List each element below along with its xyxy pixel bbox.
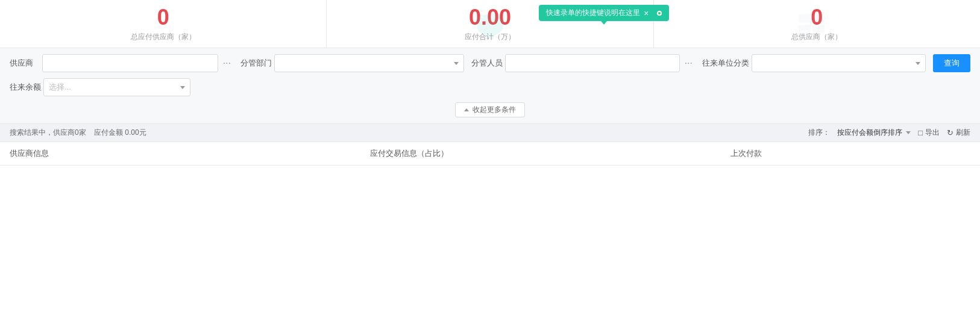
collapse-label: 收起更多条件 bbox=[473, 105, 516, 115]
table-body bbox=[0, 166, 980, 310]
refresh-icon: ↻ bbox=[947, 128, 953, 137]
total-suppliers-label: 总供应商（家） bbox=[791, 32, 842, 42]
filter-person: 分管人员 ··· bbox=[471, 54, 695, 72]
supplier-label: 供应商 bbox=[10, 58, 40, 69]
sort-select[interactable]: 按应付会额倒序排序 bbox=[837, 128, 911, 138]
stat-total-suppliers: 0 总供应商（家） bbox=[654, 0, 980, 48]
refresh-button[interactable]: ↻ 刷新 bbox=[947, 128, 970, 138]
result-summary: 搜索结果中，供应商0家 应付金额 0.00元 bbox=[10, 128, 146, 138]
person-label: 分管人员 bbox=[471, 58, 503, 69]
payable-total-number: 0.00 bbox=[469, 5, 511, 29]
balance-select[interactable]: 选择... bbox=[43, 78, 190, 96]
tooltip-dot bbox=[657, 11, 662, 16]
department-label: 分管部门 bbox=[240, 58, 272, 69]
balance-chevron-icon bbox=[180, 86, 185, 89]
filter-supplier: 供应商 ··· bbox=[10, 54, 233, 72]
supplier-input[interactable] bbox=[42, 54, 218, 72]
filter-row-2: 往来余额 选择... bbox=[10, 78, 970, 96]
collapse-button[interactable]: 收起更多条件 bbox=[455, 102, 525, 117]
payable-total-label: 应付合计（万） bbox=[465, 32, 515, 42]
collapse-row: 收起更多条件 bbox=[10, 102, 970, 123]
export-icon: □ bbox=[918, 128, 923, 137]
filter-row-1: 供应商 ··· 分管部门 分管人员 ··· 往来单位分类 bbox=[10, 54, 970, 72]
tooltip-text: 快速录单的快捷键说明在这里 bbox=[546, 8, 640, 18]
tooltip-close-button[interactable]: × bbox=[644, 9, 649, 17]
collapse-chevron-icon bbox=[464, 108, 469, 111]
filter-balance: 往来余额 选择... bbox=[10, 78, 190, 96]
refresh-label: 刷新 bbox=[956, 128, 970, 138]
export-label: 导出 bbox=[925, 128, 940, 138]
stat-total-payable-suppliers: 0 总应付供应商（家） bbox=[0, 0, 327, 48]
stats-bar: 0 总应付供应商（家） 0.00 应付合计（万） 快速录单的快捷键说明在这里 × bbox=[0, 0, 980, 48]
balance-placeholder: 选择... bbox=[49, 82, 71, 93]
sort-label: 排序： bbox=[808, 128, 830, 138]
svg-rect-8 bbox=[799, 14, 811, 22]
department-chevron-icon bbox=[454, 62, 459, 65]
table: 供应商信息 应付交易信息（占比） 上次付款 bbox=[0, 142, 980, 310]
sort-option-text: 按应付会额倒序排序 bbox=[837, 128, 902, 138]
total-payable-suppliers-label: 总应付供应商（家） bbox=[131, 32, 196, 42]
department-select[interactable] bbox=[274, 54, 464, 72]
table-col3-header: 上次付款 bbox=[730, 148, 971, 159]
table-col2-header: 应付交易信息（占比） bbox=[370, 148, 730, 159]
unit-category-label: 往来单位分类 bbox=[702, 58, 749, 69]
balance-label: 往来余额 bbox=[10, 82, 41, 93]
sort-chevron-icon bbox=[906, 131, 911, 134]
total-payable-suppliers-number: 0 bbox=[157, 5, 169, 29]
tooltip-bubble: 快速录单的快捷键说明在这里 × bbox=[539, 5, 669, 21]
result-right: 排序： 按应付会额倒序排序 □ 导出 ↻ 刷新 bbox=[808, 128, 970, 138]
supplier-dots-button[interactable]: ··· bbox=[221, 58, 233, 69]
filter-bar: 供应商 ··· 分管部门 分管人员 ··· 往来单位分类 bbox=[0, 48, 980, 124]
filter-unit-category: 往来单位分类 bbox=[702, 54, 926, 72]
unit-category-chevron-icon bbox=[916, 62, 920, 65]
total-suppliers-number: 0 bbox=[811, 5, 823, 29]
filter-department: 分管部门 bbox=[240, 54, 464, 72]
unit-category-select[interactable] bbox=[752, 54, 926, 72]
person-dots-button[interactable]: ··· bbox=[682, 58, 695, 69]
result-summary-text: 搜索结果中，供应商0家 bbox=[10, 128, 86, 137]
query-button[interactable]: 查询 bbox=[933, 54, 970, 72]
result-bar: 搜索结果中，供应商0家 应付金额 0.00元 排序： 按应付会额倒序排序 □ 导… bbox=[0, 124, 980, 142]
person-input[interactable] bbox=[505, 54, 680, 72]
table-col1-header: 供应商信息 bbox=[10, 148, 370, 159]
result-amount-text: 应付金额 0.00元 bbox=[94, 128, 146, 137]
export-button[interactable]: □ 导出 bbox=[918, 128, 940, 138]
table-header: 供应商信息 应付交易信息（占比） 上次付款 bbox=[0, 142, 980, 166]
